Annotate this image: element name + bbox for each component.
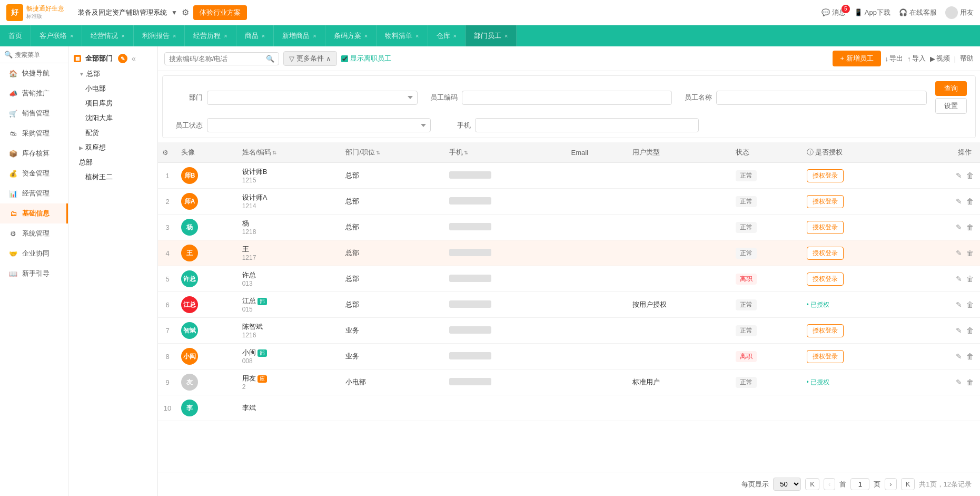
tab-department[interactable]: 部门员工× — [466, 25, 517, 46]
delete-button[interactable]: 🗑 — [966, 378, 974, 386]
col-settings-icon[interactable]: ⚙ — [162, 149, 169, 157]
edit-button[interactable]: ✎ — [956, 171, 962, 180]
authorize-button[interactable]: 授权登录 — [807, 169, 844, 182]
tab-operations[interactable]: 经营情况× — [82, 25, 133, 46]
authorize-button[interactable]: 授权登录 — [807, 350, 844, 363]
sidebar-item-marketing[interactable]: 📣 营销推广 — [0, 83, 68, 103]
tab-history[interactable]: 经营历程× — [185, 25, 236, 46]
search-input[interactable] — [169, 55, 264, 63]
reset-button[interactable]: 设置 — [935, 98, 967, 114]
edit-button[interactable]: ✎ — [956, 300, 962, 309]
show-resigned-check[interactable]: 显示离职员工 — [341, 54, 391, 63]
edit-button[interactable]: ✎ — [956, 326, 962, 335]
sidebar-item-basic[interactable]: 🗂 基础信息 — [0, 203, 68, 223]
edit-button[interactable]: ✎ — [956, 249, 962, 257]
delete-button[interactable]: 🗑 — [966, 249, 974, 257]
dept-node-zongbu-parent[interactable]: ▼ 总部 — [68, 66, 157, 81]
tab-customer[interactable]: 客户联络× — [31, 25, 82, 46]
edit-button[interactable]: ✎ — [956, 197, 962, 206]
tab-operations-close[interactable]: × — [121, 33, 124, 39]
first-page-button[interactable]: K — [805, 478, 819, 490]
add-employee-button[interactable]: + 新增员工 — [833, 51, 880, 66]
tab-department-close[interactable]: × — [504, 33, 508, 39]
tab-warehouse-close[interactable]: × — [453, 33, 457, 39]
view-button[interactable]: ▶ 视频 — [930, 54, 950, 63]
delete-button[interactable]: 🗑 — [966, 171, 974, 180]
sidebar-item-quicknav[interactable]: 🏠 快捷导航 — [0, 63, 68, 83]
dept-node-shenyang[interactable]: 沈阳大库 — [68, 111, 157, 125]
tab-add-goods-close[interactable]: × — [313, 33, 316, 39]
query-button[interactable]: 查询 — [935, 81, 967, 96]
authorize-button[interactable]: 授权登录 — [807, 247, 844, 260]
sidebar-item-finance[interactable]: 💰 资金管理 — [0, 163, 68, 183]
edit-button[interactable]: ✎ — [956, 223, 962, 231]
th-dept-sort[interactable]: 部门/职位 ⇅ — [345, 148, 380, 157]
tab-customer-close[interactable]: × — [70, 33, 73, 39]
tab-profit[interactable]: 利润报告× — [134, 25, 185, 46]
tab-bom-close[interactable]: × — [415, 33, 419, 39]
online-service-item[interactable]: 🎧 在线客服 — [899, 8, 937, 17]
sidebar-item-collab[interactable]: 🤝 企业协同 — [0, 244, 68, 264]
help-button[interactable]: 帮助 — [960, 54, 974, 63]
filter-code-input[interactable] — [462, 91, 672, 105]
dept-node-xiaodibu[interactable]: 小电部 — [68, 81, 157, 96]
tab-goods[interactable]: 商品× — [236, 25, 274, 46]
sidebar-item-guide[interactable]: 📖 新手引导 — [0, 264, 68, 284]
sidebar-search-input[interactable] — [15, 51, 64, 59]
authorize-button[interactable]: 授权登录 — [807, 324, 844, 337]
app-download-item[interactable]: 📱 App下载 — [854, 8, 890, 17]
tab-goods-close[interactable]: × — [262, 33, 265, 39]
dept-node-peihuo[interactable]: 配货 — [68, 125, 157, 140]
tab-add-goods[interactable]: 新增商品× — [274, 25, 325, 46]
next-page-button[interactable]: › — [885, 478, 896, 490]
experience-button[interactable]: 体验行业方案 — [193, 5, 247, 20]
dept-edit-btn[interactable]: ✎ — [118, 54, 127, 63]
tab-warehouse[interactable]: 仓库× — [428, 25, 466, 46]
show-resigned-checkbox[interactable] — [341, 55, 348, 62]
prev-page-button[interactable]: ‹ — [824, 478, 835, 490]
dept-node-xiangmu[interactable]: 项目库房 — [68, 96, 157, 111]
dept-node-zongbu2[interactable]: 总部 — [68, 155, 157, 170]
export-button[interactable]: ↓ 导出 — [885, 54, 904, 63]
authorize-button[interactable]: 授权登录 — [807, 195, 844, 208]
import-button[interactable]: ↑ 导入 — [907, 54, 926, 63]
sidebar-item-inventory[interactable]: 📦 库存核算 — [0, 143, 68, 163]
dept-node-zhishu[interactable]: 植树王二 — [68, 170, 157, 184]
per-page-select[interactable]: 50 — [773, 478, 801, 491]
delete-button[interactable]: 🗑 — [966, 197, 974, 206]
authorize-button[interactable]: 授权登录 — [807, 273, 844, 286]
tab-barcode-close[interactable]: × — [364, 33, 368, 39]
authorize-button[interactable]: 授权登录 — [807, 221, 844, 234]
message-icon-item[interactable]: 💬 消息 5 — [821, 8, 846, 17]
edit-button[interactable]: ✎ — [956, 378, 962, 386]
delete-button[interactable]: 🗑 — [966, 223, 974, 231]
dept-collapse-btn[interactable]: « — [132, 54, 136, 63]
delete-button[interactable]: 🗑 — [966, 352, 974, 361]
sidebar-item-sales[interactable]: 🛒 销售管理 — [0, 103, 68, 123]
dept-node-shuangzuo[interactable]: ▶ 双座想 — [68, 140, 157, 155]
last-page-button[interactable]: K — [901, 478, 915, 490]
search-box[interactable]: 🔍 — [164, 52, 279, 65]
tab-profit-close[interactable]: × — [173, 33, 176, 39]
delete-button[interactable]: 🗑 — [966, 326, 974, 335]
edit-button[interactable]: ✎ — [956, 352, 962, 361]
sidebar-search-box[interactable]: 🔍 — [0, 46, 68, 63]
sidebar-item-business[interactable]: 📊 经营管理 — [0, 183, 68, 203]
th-name-sort[interactable]: 姓名/编码 ⇅ — [242, 148, 277, 157]
sidebar-item-system[interactable]: ⚙ 系统管理 — [0, 223, 68, 244]
filter-name-input[interactable] — [716, 91, 927, 105]
filter-status-select[interactable] — [207, 118, 431, 132]
delete-button[interactable]: 🗑 — [966, 300, 974, 309]
tab-barcode[interactable]: 条码方案× — [325, 25, 377, 46]
edit-button[interactable]: ✎ — [956, 275, 962, 283]
tab-history-close[interactable]: × — [224, 33, 227, 39]
sidebar-item-purchase[interactable]: 🛍 采购管理 — [0, 123, 68, 143]
filter-phone-input[interactable] — [475, 118, 699, 132]
filter-dept-select[interactable] — [207, 91, 418, 105]
system-title-dropdown[interactable]: ▼ — [171, 9, 177, 16]
delete-button[interactable]: 🗑 — [966, 275, 974, 283]
tab-home[interactable]: 首页 — [0, 25, 31, 46]
th-phone-sort[interactable]: 手机 ⇅ — [449, 148, 468, 157]
settings-gear-button[interactable]: ⚙ — [182, 7, 189, 17]
user-avatar-item[interactable]: 用友 — [945, 6, 974, 19]
